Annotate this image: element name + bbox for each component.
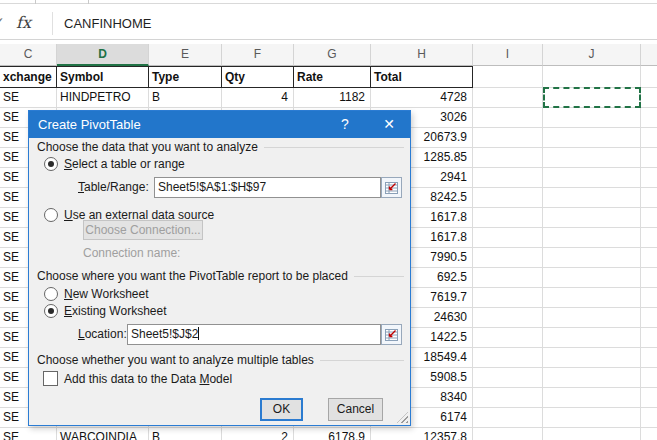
sheet-cell[interactable] xyxy=(543,368,641,388)
add-to-data-model-checkbox[interactable]: Add this data to the Data Model xyxy=(43,371,232,386)
close-button[interactable]: ✕ xyxy=(374,111,404,138)
radio-existing-worksheet[interactable]: Existing Worksheet xyxy=(44,304,167,318)
sheet-cell[interactable] xyxy=(543,168,641,188)
sheet-cell[interactable]: SE xyxy=(0,88,57,108)
sheet-cell[interactable]: SE xyxy=(0,428,57,440)
table-header-cell[interactable]: Type xyxy=(149,66,222,88)
sheet-cell[interactable] xyxy=(473,348,543,368)
dialog-title: Create PivotTable xyxy=(38,111,141,138)
sheet-cell[interactable] xyxy=(473,308,543,328)
sheet-cell[interactable]: 4 xyxy=(222,88,294,108)
sheet-cell[interactable] xyxy=(641,268,657,288)
sheet-cell[interactable] xyxy=(473,328,543,348)
sheet-cell[interactable] xyxy=(473,66,543,88)
col-header-C[interactable]: C xyxy=(0,44,57,66)
col-header-G[interactable]: G xyxy=(294,44,371,66)
sheet-cell[interactable] xyxy=(473,388,543,408)
sheet-cell[interactable] xyxy=(641,168,657,188)
col-header-partial[interactable] xyxy=(641,44,657,66)
choose-connection-button[interactable]: Choose Connection... xyxy=(83,220,203,240)
sheet-cell[interactable] xyxy=(641,66,657,88)
sheet-cell[interactable]: 1182 xyxy=(294,88,371,108)
sheet-cell[interactable] xyxy=(473,208,543,228)
sheet-cell[interactable] xyxy=(473,368,543,388)
sheet-cell[interactable] xyxy=(543,408,641,428)
sheet-cell[interactable]: 12357.8 xyxy=(371,428,473,440)
sheet-cell[interactable] xyxy=(641,428,657,440)
sheet-cell[interactable] xyxy=(543,308,641,328)
sheet-cell[interactable] xyxy=(543,328,641,348)
col-header-J[interactable]: J xyxy=(543,44,641,66)
radio-new-worksheet[interactable]: New Worksheet xyxy=(44,287,148,301)
sheet-cell[interactable] xyxy=(543,288,641,308)
sheet-cell[interactable] xyxy=(641,88,657,108)
table-header-cell[interactable]: Total xyxy=(371,66,473,88)
sheet-cell[interactable] xyxy=(641,408,657,428)
sheet-cell[interactable] xyxy=(543,248,641,268)
sheet-cell[interactable] xyxy=(473,148,543,168)
sheet-cell[interactable] xyxy=(641,188,657,208)
sheet-cell[interactable]: 2 xyxy=(222,428,294,440)
sheet-cell[interactable]: 6178.9 xyxy=(294,428,371,440)
sheet-cell[interactable] xyxy=(543,388,641,408)
sheet-cell[interactable] xyxy=(543,428,641,440)
sheet-cell[interactable] xyxy=(473,168,543,188)
sheet-cell[interactable] xyxy=(641,128,657,148)
col-header-I[interactable]: I xyxy=(473,44,543,66)
sheet-cell[interactable] xyxy=(473,288,543,308)
location-picker-button[interactable] xyxy=(381,324,402,345)
sheet-cell[interactable] xyxy=(543,348,641,368)
resize-grip[interactable] xyxy=(397,412,408,423)
col-header-E[interactable]: E xyxy=(149,44,222,66)
table-header-cell[interactable]: Symbol xyxy=(57,66,149,88)
sheet-cell[interactable] xyxy=(473,88,543,108)
radio-select-table-range[interactable]: Select a table or range xyxy=(44,157,185,171)
sheet-cell[interactable] xyxy=(641,348,657,368)
sheet-cell[interactable] xyxy=(641,388,657,408)
sheet-cell[interactable]: 4728 xyxy=(371,88,473,108)
sheet-cell[interactable]: HINDPETRO xyxy=(57,88,149,108)
sheet-cell[interactable] xyxy=(641,368,657,388)
col-header-D[interactable]: D xyxy=(57,44,149,66)
sheet-cell[interactable] xyxy=(473,428,543,440)
table-header-cell[interactable]: xchange xyxy=(0,66,57,88)
sheet-cell[interactable] xyxy=(543,128,641,148)
location-input[interactable]: Sheet5!$J$2 xyxy=(127,324,381,345)
sheet-cell[interactable] xyxy=(473,248,543,268)
sheet-cell[interactable] xyxy=(473,268,543,288)
sheet-cell[interactable] xyxy=(543,148,641,168)
col-header-F[interactable]: F xyxy=(222,44,294,66)
sheet-cell[interactable] xyxy=(473,408,543,428)
cancel-button[interactable]: Cancel xyxy=(328,398,383,421)
sheet-cell[interactable] xyxy=(473,188,543,208)
sheet-cell[interactable] xyxy=(543,66,641,88)
table-range-input[interactable]: Sheet5!$A$1:$H$97 xyxy=(154,177,381,198)
dialog-titlebar[interactable]: Create PivotTable ? ✕ xyxy=(29,111,410,138)
sheet-cell[interactable] xyxy=(641,308,657,328)
col-header-H[interactable]: H xyxy=(371,44,473,66)
sheet-cell[interactable] xyxy=(641,288,657,308)
table-header-cell[interactable]: Rate xyxy=(294,66,371,88)
range-picker-button[interactable] xyxy=(381,177,402,198)
sheet-cell[interactable] xyxy=(543,108,641,128)
sheet-cell[interactable] xyxy=(641,248,657,268)
sheet-cell[interactable] xyxy=(641,228,657,248)
sheet-cell[interactable] xyxy=(641,148,657,168)
sheet-cell[interactable] xyxy=(641,328,657,348)
sheet-cell[interactable] xyxy=(641,108,657,128)
sheet-cell[interactable] xyxy=(473,228,543,248)
sheet-cell[interactable] xyxy=(543,268,641,288)
sheet-cell[interactable] xyxy=(543,188,641,208)
sheet-cell[interactable] xyxy=(473,108,543,128)
sheet-cell[interactable]: B xyxy=(149,428,222,440)
sheet-cell[interactable] xyxy=(543,208,641,228)
table-header-cell[interactable]: Qty xyxy=(222,66,294,88)
sheet-cell[interactable] xyxy=(543,228,641,248)
formula-input[interactable]: CANFINHOME xyxy=(64,8,151,39)
sheet-cell[interactable]: B xyxy=(149,88,222,108)
sheet-cell[interactable] xyxy=(641,208,657,228)
help-button[interactable]: ? xyxy=(330,111,360,138)
ok-button[interactable]: OK xyxy=(260,398,303,421)
sheet-cell[interactable]: WABCOINDIA xyxy=(57,428,149,440)
sheet-cell[interactable] xyxy=(473,128,543,148)
